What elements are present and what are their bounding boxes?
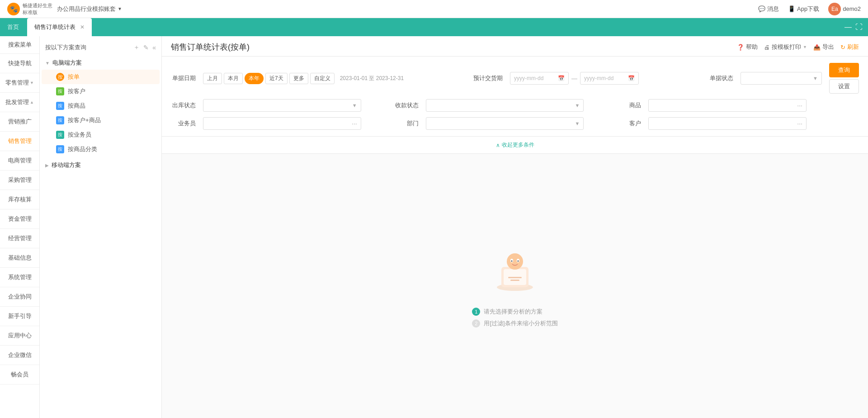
sidebar-item-app-center[interactable]: 应用中心 (0, 326, 39, 346)
customer-label: 客户 (616, 119, 641, 128)
avatar: Ea (828, 3, 841, 15)
app-download-btn[interactable]: 📱 App下载 (788, 5, 819, 13)
date-btn-group: 上月 本月 本年 近7天 更多 自定义 2023-01-01 至 2023-12… (203, 73, 404, 84)
scheme-by-salesman[interactable]: 按 按业务员 (42, 128, 160, 142)
pc-group-header[interactable]: ▼ 电脑端方案 (40, 56, 161, 70)
user-profile[interactable]: Ea demo2 (828, 3, 861, 15)
tab-sales-order-stats[interactable]: 销售订单统计表 ✕ (27, 18, 92, 36)
empty-state: 1 请先选择要分析的方案 2 用[过滤]条件来缩小分析范围 (162, 154, 868, 418)
sidebar-item-finance[interactable]: 资金管理 (0, 209, 39, 229)
salesman-select[interactable]: ··· (203, 117, 361, 130)
scheme-by-goods-category[interactable]: 按 按商品分类 (42, 142, 160, 157)
sidebar-item-basic-info[interactable]: 基础信息 (0, 248, 39, 268)
scheme-by-customer-goods[interactable]: 按 按客户+商品 (42, 113, 160, 128)
mobile-scheme-group: ▶ 移动端方案 (40, 158, 161, 172)
window-minimize-btn[interactable]: — (844, 23, 852, 31)
date-btn-last-month[interactable]: 上月 (203, 73, 222, 84)
salesman-dots-icon[interactable]: ··· (352, 120, 357, 127)
tab-close-icon[interactable]: ✕ (80, 24, 85, 30)
scheme-by-goods[interactable]: 按 按商品 (42, 99, 160, 113)
scheme-by-order[interactable]: 按 按单 (42, 70, 160, 84)
print-btn[interactable]: 🖨 按模板打印 ▼ (764, 43, 807, 51)
sidebar-item-ecommerce[interactable]: 电商管理 (0, 151, 39, 171)
window-maximize-btn[interactable]: ⛶ (855, 23, 863, 31)
date-btn-custom[interactable]: 自定义 (310, 73, 335, 84)
date-btn-this-year[interactable]: 本年 (245, 73, 264, 84)
help-btn[interactable]: ❓ 帮助 (737, 43, 758, 51)
logo-icon: 🐾 (7, 3, 20, 15)
refresh-btn[interactable]: ↻ 刷新 (840, 43, 859, 51)
add-scheme-btn[interactable]: ＋ (133, 43, 140, 52)
pc-scheme-group: ▼ 电脑端方案 按 按单 按 按客户 按 按商品 按 按客户+商品 按 按业务员 (40, 56, 161, 157)
sidebar-item-marketing[interactable]: 营销推广 (0, 112, 39, 132)
calendar-icon: 📅 (558, 75, 565, 81)
payment-status-select[interactable]: ▼ (426, 99, 584, 112)
sidebar-item-purchase[interactable]: 采购管理 (0, 171, 39, 190)
sidebar-item-system[interactable]: 系统管理 (0, 268, 39, 287)
download-icon: 📱 (788, 5, 795, 12)
filter-row-2: 出库状态 ▼ 收款状态 ▼ 商品 ··· (171, 99, 859, 112)
search-btn[interactable]: 查询 (829, 63, 859, 77)
sidebar-item-quick-nav[interactable]: 快捷导航 (0, 54, 39, 73)
message-btn[interactable]: 💬 消息 (758, 5, 779, 13)
sidebar-item-enterprise[interactable]: 企业协同 (0, 287, 39, 307)
chevron-up-icon: ▲ (30, 100, 34, 104)
top-bar-left: 🐾 畅捷通好生意 标准版 办公用品行业模拟账套 ▼ (7, 2, 122, 15)
sidebar-item-sales[interactable]: 销售管理 (0, 132, 39, 151)
tip-num-2: 2 (472, 319, 480, 328)
sidebar-item-inventory[interactable]: 库存核算 (0, 190, 39, 209)
refresh-icon: ↻ (840, 44, 845, 51)
goods-select[interactable]: ··· (648, 99, 807, 112)
goods-dots-icon[interactable]: ··· (797, 102, 802, 109)
customer-select[interactable]: ··· (648, 117, 807, 130)
collapse-panel-btn[interactable]: « (152, 44, 156, 51)
settings-btn[interactable]: 设置 (829, 79, 859, 94)
sidebar-search[interactable]: 搜索菜单 (0, 36, 39, 54)
svg-rect-8 (508, 277, 522, 278)
sidebar-item-guide[interactable]: 新手引导 (0, 307, 39, 326)
salesman-label: 业务员 (171, 119, 196, 128)
delivery-arrow-icon: ▼ (352, 103, 357, 108)
sidebar-item-wholesale[interactable]: 批发管理 ▲ (0, 93, 39, 112)
scheme-icon-cg: 按 (56, 116, 64, 124)
export-btn[interactable]: 📤 导出 (813, 43, 834, 51)
date-btn-this-month[interactable]: 本月 (224, 73, 243, 84)
goods-label: 商品 (616, 101, 641, 109)
tab-home[interactable]: 首页 (0, 18, 26, 36)
scheme-icon-customer: 按 (56, 87, 64, 95)
app-selector[interactable]: 办公用品行业模拟账套 ▼ (57, 5, 122, 13)
collapse-bar[interactable]: ∧ 收起更多条件 (162, 137, 868, 154)
group-arrow-icon: ▼ (45, 61, 50, 66)
print-icon: 🖨 (764, 44, 770, 51)
print-arrow-icon: ▼ (803, 45, 807, 49)
scheme-by-customer[interactable]: 按 按客户 (42, 84, 160, 99)
sidebar-item-operations[interactable]: 经营管理 (0, 229, 39, 248)
expected-date-end[interactable]: yyyy-mm-dd 📅 (580, 72, 639, 85)
page-title-bar: 销售订单统计表(按单) ❓ 帮助 🖨 按模板打印 ▼ 📤 导出 ↻ 刷新 (162, 36, 868, 57)
sidebar-item-wechat[interactable]: 企业微信 (0, 346, 39, 365)
panel-actions: ＋ ✎ « (133, 43, 156, 52)
delivery-status-select[interactable]: ▼ (203, 99, 361, 112)
sidebar: 搜索菜单 快捷导航 零售管理 ▼ 批发管理 ▲ 营销推广 销售管理 电商管理 采… (0, 36, 40, 418)
top-bar: 🐾 畅捷通好生意 标准版 办公用品行业模拟账套 ▼ 💬 消息 📱 App下载 E… (0, 0, 868, 18)
bill-status-select[interactable]: ▼ (741, 72, 822, 85)
empty-illustration (488, 244, 542, 299)
date-btn-more[interactable]: 更多 (289, 73, 308, 84)
mobile-arrow-icon: ▶ (45, 163, 49, 168)
collapse-icon: ∧ (496, 142, 500, 148)
dept-select[interactable]: ▼ (426, 117, 584, 130)
sidebar-item-retail[interactable]: 零售管理 ▼ (0, 73, 39, 93)
empty-tip-2: 2 用[过滤]条件来缩小分析范围 (472, 319, 557, 328)
mobile-group-header[interactable]: ▶ 移动端方案 (40, 158, 161, 172)
panel-title: 按以下方案查询 (45, 43, 86, 52)
main-layout: 搜索菜单 快捷导航 零售管理 ▼ 批发管理 ▲ 营销推广 销售管理 电商管理 采… (0, 36, 868, 418)
edit-scheme-btn[interactable]: ✎ (143, 44, 149, 51)
top-bar-right: 💬 消息 📱 App下载 Ea demo2 (758, 3, 861, 15)
customer-dots-icon[interactable]: ··· (797, 120, 802, 127)
sidebar-item-member[interactable]: 畅会员 (0, 365, 39, 385)
expected-date-start[interactable]: yyyy-mm-dd 📅 (510, 72, 569, 85)
filter-row-3: 业务员 ··· 部门 ▼ 客户 ··· (171, 117, 859, 130)
date-btn-7days[interactable]: 近7天 (265, 73, 288, 84)
tip-num-1: 1 (472, 308, 480, 316)
chevron-down-icon: ▼ (118, 6, 122, 11)
